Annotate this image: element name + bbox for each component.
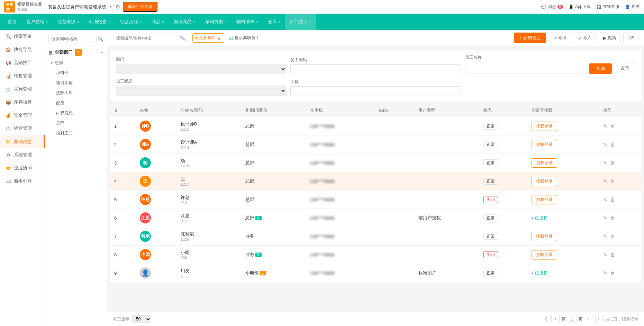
sidebar-item-operation[interactable]: 📋经营管理: [0, 122, 45, 135]
sidebar-item-inventory[interactable]: 📦库存核算: [0, 96, 45, 109]
dept-select[interactable]: [116, 64, 286, 74]
auth-login-button[interactable]: 授权登录: [532, 140, 557, 149]
sidebar-item-purchase[interactable]: 🛒采购管理: [0, 82, 45, 96]
system-title-dropdown[interactable]: ▼: [109, 5, 112, 9]
nav-close-经营历程[interactable]: ×: [139, 20, 142, 24]
nav-close-仓库[interactable]: ×: [278, 20, 280, 24]
auth-login-button[interactable]: 授权登录: [532, 195, 557, 204]
view-button[interactable]: ▶ 视频: [599, 33, 620, 43]
nav-close-经营情况[interactable]: ×: [77, 20, 79, 24]
dept-tree-item[interactable]: 植村王二: [45, 128, 107, 138]
online-service-button[interactable]: 🎧 在线客服: [596, 4, 619, 10]
col-settings[interactable]: ⚙: [110, 104, 136, 117]
delete-icon[interactable]: 🗑: [610, 178, 615, 184]
nav-item-物料清单[interactable]: 物料清单×: [232, 14, 263, 30]
page-number[interactable]: 1: [568, 316, 577, 323]
edit-icon[interactable]: ✎: [603, 234, 607, 239]
sidebar-item-system[interactable]: ⚙系统管理: [0, 148, 45, 161]
gear-icon[interactable]: ⚙: [115, 3, 120, 10]
user-button[interactable]: 👤 用友: [625, 4, 640, 10]
sidebar-item-guide[interactable]: 📖新手引导: [0, 175, 45, 188]
edit-icon[interactable]: ✎: [603, 197, 607, 202]
dept-edit-icon[interactable]: ✎: [75, 49, 82, 56]
col-name[interactable]: ⇅ 姓名/编码: [176, 104, 241, 117]
sidebar-item-quick-nav[interactable]: 🏠快捷导航: [0, 43, 45, 56]
query-button[interactable]: 查询: [589, 63, 612, 74]
add-employee-button[interactable]: + 新增员工: [514, 33, 546, 43]
first-page-button[interactable]: 《: [541, 315, 549, 323]
delete-icon[interactable]: 🗑: [610, 252, 615, 257]
prev-page-button[interactable]: ‹: [551, 315, 560, 323]
edit-icon[interactable]: ✎: [603, 270, 607, 276]
phone-input[interactable]: [290, 86, 461, 96]
app-download-button[interactable]: 📱 App下载: [569, 4, 591, 10]
emp-status-select[interactable]: [116, 86, 286, 96]
sidebar-item-sales[interactable]: 📊销售管理: [0, 69, 45, 82]
dept-tree-item[interactable]: 总部: [45, 118, 107, 128]
nav-close-部门员工[interactable]: ×: [309, 20, 311, 24]
nav-close-利润报告[interactable]: ×: [108, 20, 110, 24]
col-phone[interactable]: ⇅ 手机: [306, 104, 375, 117]
nav-item-经营情况[interactable]: 经营情况×: [53, 14, 84, 30]
emp-code-input[interactable]: [290, 64, 461, 74]
set-button[interactable]: 设置: [615, 63, 635, 74]
sidebar-item-enterprise[interactable]: 🤝企业协同: [0, 161, 45, 175]
nav-close-新增商品[interactable]: ×: [193, 20, 195, 24]
emp-name-input[interactable]: [465, 64, 586, 73]
delete-icon[interactable]: 🗑: [610, 160, 615, 166]
dept-search-icon[interactable]: 🔍: [98, 36, 103, 42]
nav-close-商品[interactable]: ×: [162, 20, 164, 24]
delete-icon[interactable]: 🗑: [610, 123, 615, 129]
sidebar-item-marketing[interactable]: 📢营销推广: [0, 56, 45, 69]
auth-login-button[interactable]: 授权登录: [532, 250, 557, 259]
sidebar-item-search-menu[interactable]: 🔍搜索菜单: [0, 30, 45, 43]
more-conditions-button[interactable]: ▾ 更多条件 ▲: [192, 33, 224, 43]
experience-button[interactable]: 体验行业方案: [123, 2, 157, 12]
delete-icon[interactable]: 🗑: [610, 197, 615, 202]
delete-icon[interactable]: 🗑: [610, 234, 615, 239]
message-button[interactable]: 💬 消息 5: [541, 4, 563, 10]
nav-item-客户联络[interactable]: 客户联络×: [21, 14, 53, 30]
dept-tree-item[interactable]: ▼ 总部: [45, 58, 107, 68]
import-button[interactable]: ↙ 导入: [574, 33, 596, 43]
edit-icon[interactable]: ✎: [603, 160, 607, 166]
next-page-button[interactable]: ›: [585, 315, 593, 323]
dept-tree-item[interactable]: 配货: [45, 98, 107, 108]
export-button[interactable]: ↗ 导出: [549, 33, 571, 43]
nav-close-客户联络[interactable]: ×: [46, 20, 48, 24]
auth-login-button[interactable]: 授权登录: [532, 177, 557, 186]
delete-icon[interactable]: 🗑: [610, 270, 615, 276]
nav-item-仓库[interactable]: 仓库×: [263, 14, 285, 30]
last-page-button[interactable]: 》: [595, 315, 604, 323]
nav-item-利润报告[interactable]: 利润报告×: [84, 14, 115, 30]
search-icon[interactable]: 🔍: [180, 35, 185, 41]
nav-close-物料清单[interactable]: ×: [256, 20, 258, 24]
dept-collapse-button[interactable]: «: [101, 50, 103, 55]
edit-icon[interactable]: ✎: [603, 178, 607, 184]
nav-item-条码方案[interactable]: 条码方案×: [200, 14, 232, 30]
per-page-select[interactable]: 50 20 100: [132, 315, 151, 323]
auth-login-button[interactable]: 授权登录: [532, 122, 557, 131]
delete-icon[interactable]: 🗑: [610, 142, 615, 147]
auth-login-button[interactable]: 授权登录: [532, 232, 557, 241]
auth-login-button[interactable]: 授权登录: [532, 158, 557, 168]
sidebar-item-basic-info[interactable]: 📁基础信息: [0, 135, 45, 148]
nav-item-商品[interactable]: 商品×: [147, 14, 169, 30]
search-input[interactable]: [116, 36, 178, 41]
show-resigned-toggle[interactable]: ☑ 显示离职员工: [228, 35, 260, 41]
dept-tree-item[interactable]: 沈阳大库: [45, 88, 107, 98]
edit-icon[interactable]: ✎: [603, 252, 607, 257]
help-button[interactable]: | 帮: [623, 33, 638, 43]
nav-item-经营历程[interactable]: 经营历程×: [115, 14, 146, 30]
edit-icon[interactable]: ✎: [603, 215, 607, 221]
dept-tree-item[interactable]: ▶ 双鹿想: [45, 108, 107, 118]
nav-item-新增商品[interactable]: 新增商品×: [169, 14, 200, 30]
edit-icon[interactable]: ✎: [603, 142, 607, 147]
dept-search-input[interactable]: [48, 35, 97, 43]
dept-tree-item[interactable]: 小电部: [45, 68, 107, 78]
nav-item-首页[interactable]: 首页: [3, 14, 21, 30]
dept-tree-item[interactable]: 项目库房: [45, 78, 107, 88]
edit-icon[interactable]: ✎: [603, 123, 607, 129]
sidebar-item-finance[interactable]: 💰资金管理: [0, 109, 45, 122]
nav-close-条码方案[interactable]: ×: [225, 20, 227, 24]
